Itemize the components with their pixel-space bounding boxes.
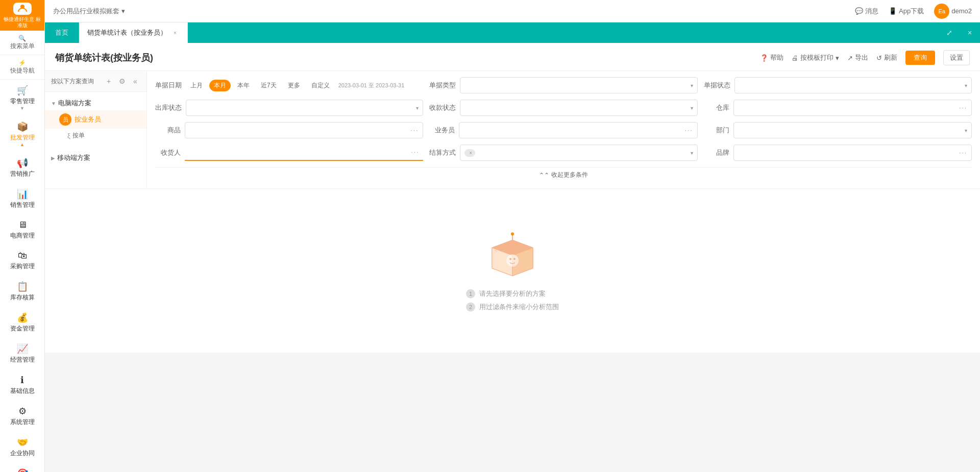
product-control[interactable]: ···	[185, 122, 423, 138]
user-profile[interactable]: Ea demo2	[934, 4, 972, 19]
payment-status-arrow-icon: ▾	[691, 105, 693, 111]
svg-point-6	[509, 258, 511, 260]
tip-1-num: 1	[466, 289, 475, 298]
add-scheme-button[interactable]: +	[104, 76, 114, 86]
tab-close-button[interactable]: ×	[171, 29, 179, 37]
payment-status-control[interactable]: ▾	[460, 100, 697, 116]
brand-control[interactable]: ···	[733, 145, 972, 161]
purchase-icon: 🛍	[18, 250, 27, 261]
close-window-button[interactable]: ×	[960, 22, 980, 43]
sidebar-purchase-label: 采购管理	[10, 262, 35, 271]
topbar-actions: 💬 消息 📱 App下载 Ea demo2	[855, 4, 972, 19]
product-more-icon: ···	[410, 127, 419, 134]
doc-type-control[interactable]: ▾	[460, 77, 697, 93]
settings-button[interactable]: 设置	[943, 50, 970, 65]
tabbar: 首页 销货单统计表（按业务员） × ⤢ ×	[45, 22, 980, 43]
sidebar-basic-info-label: 基础信息	[10, 387, 35, 395]
print-arrow-icon: ▾	[836, 54, 839, 62]
current-year-btn[interactable]: 本年	[233, 80, 254, 91]
sidebar-marketing-label: 营销推广	[10, 170, 35, 178]
current-month-btn[interactable]: 本月	[209, 80, 231, 91]
active-tab[interactable]: 销货单统计表（按业务员） ×	[79, 22, 188, 43]
filter-row-3: 商品 ··· 业务员 ···	[155, 122, 972, 138]
page-title: 销货单统计表(按业务员)	[55, 52, 153, 64]
path-text: 办公用品行业模拟账套	[53, 7, 119, 16]
doc-status-label: 单据状态	[704, 81, 730, 90]
sidebar-item-inventory[interactable]: 📋 库存核算	[0, 276, 44, 307]
warehouse-control[interactable]: ···	[733, 100, 972, 116]
sidebar-item-wholesale[interactable]: 📦 批发管理 ▲	[0, 116, 44, 152]
filter-row-4: 收货人 ··· 结算方式 ×	[155, 145, 972, 161]
sidebar-item-enterprise[interactable]: 🤝 企业协同	[0, 432, 44, 463]
by-order-sub-item[interactable]: ξ 按单	[45, 129, 146, 143]
empty-tips: 1 请先选择要分析的方案 2 用过滤条件来缩小分析范围	[466, 289, 559, 312]
sidebar-item-ecommerce[interactable]: 🖥 电商管理	[0, 215, 44, 245]
export-label: 导出	[855, 53, 868, 62]
sidebar-management-label: 经营管理	[10, 356, 35, 364]
sidebar-retail-label: 零售管理	[10, 97, 35, 106]
receiver-filter-item: 收货人 ···	[155, 145, 423, 161]
payment-status-filter-item: 收款状态 ▾	[429, 100, 697, 116]
sidebar-item-management[interactable]: 📈 经营管理	[0, 338, 44, 369]
doc-status-control[interactable]: ▾	[734, 77, 972, 93]
custom-date-btn[interactable]: 自定义	[307, 80, 334, 91]
active-tab-label: 销货单统计表（按业务员）	[87, 28, 167, 37]
payment-method-control[interactable]: × ▾	[460, 145, 697, 161]
home-tab[interactable]: 首页	[45, 22, 79, 43]
page-header: 销货单统计表(按业务员) ❓ 帮助 🖨 按模板打印 ▾ ↗ 导出	[45, 43, 980, 71]
sidebar-search-label: 搜索菜单	[10, 42, 35, 51]
template-print-button[interactable]: 🖨 按模板打印 ▾	[792, 53, 839, 62]
sidebar-item-retail[interactable]: 🛒 零售管理 ▼	[0, 80, 44, 116]
doc-status-filter-item: 单据状态 ▾	[704, 77, 972, 93]
out-status-control[interactable]: ▾	[186, 100, 423, 116]
messages-button[interactable]: 💬 消息	[855, 7, 878, 16]
scheme-settings-button[interactable]: ⚙	[117, 76, 127, 86]
desktop-scheme-header[interactable]: ▼ 电脑端方案	[45, 96, 146, 110]
clear-payment-method-button[interactable]: ×	[469, 150, 472, 156]
sidebar-inventory-label: 库存核算	[10, 293, 35, 302]
close-window-icon: ×	[968, 29, 972, 37]
sidebar-item-marketing[interactable]: 📢 营销推广	[0, 152, 44, 183]
last-month-btn[interactable]: 上月	[186, 80, 207, 91]
date-label: 单据日期	[155, 81, 182, 90]
doc-type-label: 单据类型	[429, 81, 456, 90]
mobile-scheme-header[interactable]: ▶ 移动端方案	[45, 151, 146, 165]
doc-type-filter-item: 单据类型 ▾	[429, 77, 697, 93]
query-button[interactable]: 查询	[905, 51, 935, 65]
sidebar-item-newbie[interactable]: 🎯 新手引导	[0, 463, 44, 472]
export-button[interactable]: ↗ 导出	[847, 53, 868, 62]
sidebar-item-basic-info[interactable]: ℹ 基础信息	[0, 369, 44, 400]
sidebar-system-label: 系统管理	[10, 418, 35, 427]
sidebar-item-finance[interactable]: 💰 资金管理	[0, 307, 44, 338]
refresh-button[interactable]: ↺ 刷新	[876, 53, 897, 62]
salesperson-scheme-item[interactable]: 员 按业务员	[45, 110, 146, 129]
receiver-control[interactable]: ···	[185, 145, 423, 161]
sidebar-item-quick-nav[interactable]: ⚡ 快捷导航	[0, 55, 44, 80]
download-icon: 📱	[889, 7, 897, 15]
empty-state: 1 请先选择要分析的方案 2 用过滤条件来缩小分析范围	[45, 189, 980, 352]
user-name: demo2	[951, 7, 972, 15]
avatar: Ea	[934, 4, 949, 19]
basic-info-icon: ℹ	[20, 374, 24, 386]
finance-icon: 💰	[17, 312, 28, 323]
more-date-btn[interactable]: 更多	[283, 80, 305, 91]
sidebar-item-system[interactable]: ⚙ 系统管理	[0, 400, 44, 432]
help-button[interactable]: ❓ 帮助	[760, 53, 783, 62]
last-7-days-btn[interactable]: 近7天	[256, 80, 281, 91]
collapse-panel-button[interactable]: «	[130, 76, 140, 86]
payment-method-arrow-icon: ▾	[691, 150, 693, 156]
settings-label: 设置	[950, 53, 963, 62]
logo-text: 畅捷通好生意 标准版	[3, 16, 42, 29]
mobile-scheme-label: 移动端方案	[57, 153, 90, 162]
app-download-button[interactable]: 📱 App下载	[889, 7, 924, 16]
query-label: 查询	[914, 53, 927, 62]
salesperson-control[interactable]: ···	[459, 122, 697, 138]
department-control[interactable]: ▾	[733, 122, 972, 138]
mobile-scheme-group: ▶ 移动端方案	[45, 147, 146, 169]
sidebar-item-purchase[interactable]: 🛍 采购管理	[0, 245, 44, 276]
sidebar-item-search[interactable]: 🔍 搜索菜单	[0, 31, 44, 55]
department-filter-item: 部门 ▾	[704, 122, 972, 138]
sidebar-item-sales[interactable]: 📊 销售管理	[0, 183, 44, 215]
maximize-button[interactable]: ⤢	[939, 22, 960, 43]
collapse-bar[interactable]: ⌃⌃ 收起更多条件	[155, 167, 972, 182]
